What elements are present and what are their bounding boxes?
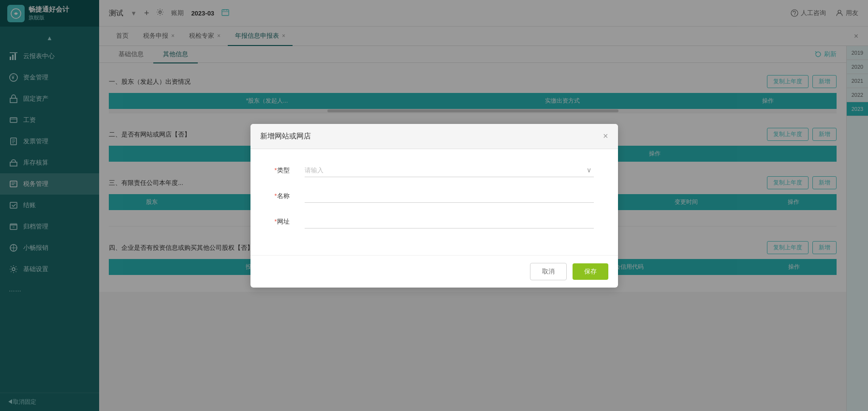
name-label-text: 名称 — [277, 192, 290, 199]
modal-footer: 取消 保存 — [250, 255, 618, 288]
type-input[interactable] — [305, 167, 594, 174]
form-row-type: *类型 ∨ — [275, 164, 594, 177]
type-input-wrap: ∨ — [305, 164, 594, 177]
name-input-wrap — [305, 189, 594, 203]
modal-title: 新增网站或网店 — [260, 132, 311, 141]
add-website-modal: 新增网站或网店 × *类型 ∨ *名称 — [250, 124, 618, 288]
url-input-wrap — [305, 215, 594, 228]
type-label: *类型 — [275, 166, 299, 175]
name-label: *名称 — [275, 192, 299, 200]
modal-body: *类型 ∨ *名称 *网址 — [250, 149, 618, 255]
type-dropdown-arrow[interactable]: ∨ — [587, 166, 591, 174]
name-input[interactable] — [305, 192, 594, 199]
cancel-button[interactable]: 取消 — [530, 263, 567, 280]
url-input[interactable] — [305, 218, 594, 225]
form-row-name: *名称 — [275, 189, 594, 203]
modal-header: 新增网站或网店 × — [250, 124, 618, 149]
url-label-text: 网址 — [277, 218, 290, 225]
form-row-url: *网址 — [275, 215, 594, 228]
type-label-text: 类型 — [277, 167, 290, 174]
modal-close-btn[interactable]: × — [603, 131, 608, 141]
url-label: *网址 — [275, 217, 299, 226]
save-button[interactable]: 保存 — [573, 263, 608, 280]
modal-overlay: 新增网站或网店 × *类型 ∨ *名称 — [0, 0, 868, 411]
